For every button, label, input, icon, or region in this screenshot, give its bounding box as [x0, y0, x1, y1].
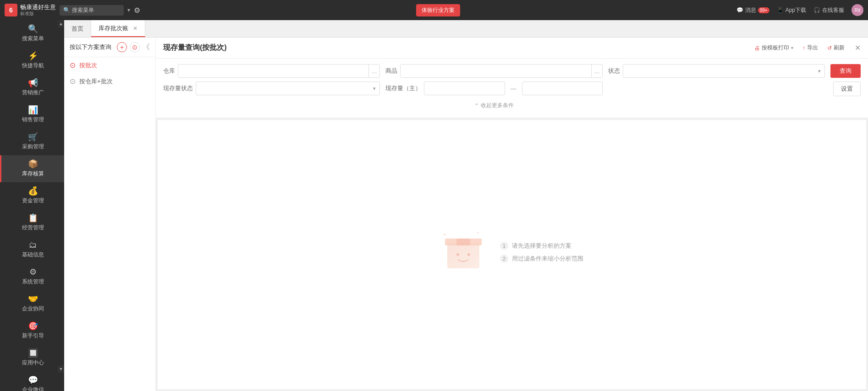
status-filter: 状态 ▾ — [608, 64, 825, 78]
product-dots-btn[interactable]: ... — [591, 65, 602, 77]
settings-icon-top[interactable]: ⚙ — [134, 6, 140, 15]
product-input-wrap[interactable]: ... — [400, 64, 602, 78]
hint-text-1: 请先选择要分析的方案 — [512, 242, 571, 250]
sidebar-item-guide[interactable]: 🎯 新手引导 — [0, 317, 64, 344]
export-button[interactable]: ↑ 导出 — [800, 42, 821, 54]
tab-home[interactable]: 首页 — [64, 20, 91, 37]
dropdown-icon[interactable]: ▾ — [127, 7, 130, 13]
message-icon: 💬 — [736, 7, 743, 13]
menu-search[interactable]: 🔍 搜索菜单 — [60, 5, 124, 16]
collapse-more-label: 收起更多条件 — [481, 102, 514, 109]
empty-state: ✦ ✦ 1 请先选择要分析的方案 2 用过滤条件来缩小分析范围 — [158, 120, 866, 389]
sidebar-item-shortcut[interactable]: ⚡ 快捷导航 — [0, 47, 64, 74]
refresh-button[interactable]: ↺ 刷新 — [824, 42, 847, 54]
sidebar: 🔍 搜索菜单 ⚡ 快捷导航 📢 营销推广 📊 销售管理 🛒 采购管理 📦 库存核… — [0, 20, 64, 391]
headset-icon: 🎧 — [813, 7, 820, 13]
sidebar-item-marketing[interactable]: 📢 营销推广 — [0, 74, 64, 101]
hint-item-2: 2 用过滤条件来缩小分析范围 — [500, 255, 583, 263]
app-name: 畅康通好生意 — [20, 4, 56, 11]
inventory-qty-filter: 现存量（主） — — [385, 81, 602, 95]
warehouse-input-wrap[interactable]: ... — [178, 64, 380, 78]
sidebar-item-label: 基础信息 — [22, 251, 44, 259]
scheme-item-warehouse-batch[interactable]: ⊙ 按仓库+批次 — [64, 73, 155, 89]
status-select[interactable]: ▾ — [623, 64, 825, 78]
top-bar-right: 💬 消息 99+ 📱 App下载 🎧 在线客服 Rit — [736, 4, 863, 16]
sidebar-item-label: 营销推广 — [22, 89, 44, 97]
close-page-icon[interactable]: ✕ — [855, 43, 861, 52]
main-content: 现存量查询(按批次) 🖨 按模板打印 ▾ ↑ 导出 ↺ — [156, 38, 868, 391]
sidebar-item-sales[interactable]: 📊 销售管理 — [0, 101, 64, 128]
sidebar-item-system[interactable]: ⚙ 系统管理 — [0, 263, 64, 290]
print-label: 按模板打印 — [762, 44, 789, 52]
inventory-status-filter: 现存量状态 ▾ — [163, 81, 380, 95]
sidebar-scroll-down[interactable]: ▼ — [58, 365, 64, 373]
print-button[interactable]: 🖨 按模板打印 ▾ — [752, 42, 796, 54]
messages-nav[interactable]: 💬 消息 99+ — [736, 6, 769, 14]
settings-scheme-icon: ⊙ — [132, 43, 137, 51]
app-download-nav[interactable]: 📱 App下载 — [777, 6, 806, 14]
marketing-nav-icon: 📢 — [28, 79, 38, 87]
collapse-more-button[interactable]: ⌃ 收起更多条件 — [163, 99, 825, 112]
experience-button[interactable]: 体验行业方案 — [416, 4, 460, 16]
table-settings-button[interactable]: 设置 — [833, 81, 861, 96]
refresh-icon: ↺ — [827, 45, 832, 51]
hint-item-1: 1 请先选择要分析的方案 — [500, 242, 583, 250]
sidebar-item-label: 资金管理 — [22, 197, 44, 205]
inventory-qty-dash: — — [508, 85, 519, 92]
sidebar-item-purchase[interactable]: 🛒 采购管理 — [0, 128, 64, 155]
inventory-qty-to-input[interactable] — [522, 85, 602, 92]
warehouse-dots-btn[interactable]: ... — [368, 65, 379, 77]
sidebar-item-inventory[interactable]: 📦 库存核算 — [0, 155, 64, 182]
inventory-qty-from-wrap[interactable] — [424, 81, 505, 95]
sidebar-item-operations[interactable]: 📋 经营管理 — [0, 209, 64, 236]
refresh-label: 刷新 — [834, 44, 845, 52]
tab-close-icon[interactable]: ✕ — [133, 25, 137, 32]
sidebar-item-basic[interactable]: 🗂 基础信息 — [0, 236, 64, 263]
operations-nav-icon: 📋 — [28, 214, 38, 222]
collapse-scheme-button[interactable]: 《 — [143, 43, 150, 52]
query-button[interactable]: 查询 — [830, 64, 861, 78]
sidebar-item-enterprise[interactable]: 🤝 企业协同 — [0, 290, 64, 317]
online-service-nav[interactable]: 🎧 在线客服 — [813, 6, 844, 14]
sidebar-item-finance[interactable]: 💰 资金管理 — [0, 182, 64, 209]
inventory-qty-to-wrap[interactable] — [522, 81, 603, 95]
filter-bar: 仓库 ... 商品 — [156, 59, 868, 118]
product-input[interactable] — [401, 64, 591, 78]
search-icon: 🔍 — [63, 7, 70, 13]
filter-row-1: 仓库 ... 商品 — [163, 64, 825, 78]
filter-scheme-title: 按以下方案查询 — [70, 43, 111, 51]
search-placeholder: 搜索菜单 — [72, 6, 94, 14]
sidebar-item-apps[interactable]: 🔲 应用中心 — [0, 344, 64, 371]
apps-nav-icon: 🔲 — [28, 349, 38, 357]
top-bar: 6 畅康通好生意 标准版 🔍 搜索菜单 ▾ ⚙ 体验行业方案 💬 消息 99+ … — [0, 0, 868, 20]
inventory-status-label: 现存量状态 — [163, 84, 193, 92]
scheme-warehouse-icon: ⊙ — [70, 77, 76, 86]
svg-rect-0 — [447, 243, 479, 268]
scheme-warehouse-label: 按仓库+批次 — [79, 77, 113, 86]
inventory-qty-from-input[interactable] — [424, 85, 504, 92]
tabs-bar: 首页 库存批次账 ✕ — [64, 20, 868, 38]
product-filter: 商品 ... — [385, 64, 602, 78]
sidebar-item-label: 新手引导 — [22, 332, 44, 340]
empty-svg: ✦ ✦ — [440, 225, 486, 275]
tab-inventory-batch[interactable]: 库存批次账 ✕ — [91, 20, 145, 37]
empty-hints: 1 请先选择要分析的方案 2 用过滤条件来缩小分析范围 — [500, 242, 583, 267]
scheme-item-batch[interactable]: ⊙ 按批次 — [64, 57, 155, 73]
sidebar-scroll-up[interactable]: ▲ — [58, 20, 64, 27]
inventory-status-select[interactable]: ▾ — [196, 81, 380, 95]
inventory-qty-label: 现存量（主） — [385, 84, 421, 92]
settings-scheme-button[interactable]: ⊙ — [130, 42, 140, 52]
sidebar-item-wechat[interactable]: 💬 企业微信 — [0, 371, 64, 391]
messages-badge: 99+ — [758, 7, 769, 13]
sidebar-item-search[interactable]: 🔍 搜索菜单 — [0, 20, 64, 47]
filter-scheme-panel: 按以下方案查询 + ⊙ 《 ⊙ 按批次 — [64, 38, 156, 391]
warehouse-input[interactable] — [178, 64, 368, 78]
guide-nav-icon: 🎯 — [28, 322, 38, 330]
user-profile[interactable]: Rit — [852, 4, 863, 16]
logo-icon: 6 — [5, 4, 17, 16]
add-scheme-button[interactable]: + — [117, 42, 127, 52]
sidebar-item-label: 库存核算 — [22, 170, 44, 178]
filter-row-2: 现存量状态 ▾ 现存量（主） — [163, 81, 825, 95]
sidebar-item-label: 采购管理 — [22, 143, 44, 151]
hint-text-2: 用过滤条件来缩小分析范围 — [512, 255, 583, 263]
